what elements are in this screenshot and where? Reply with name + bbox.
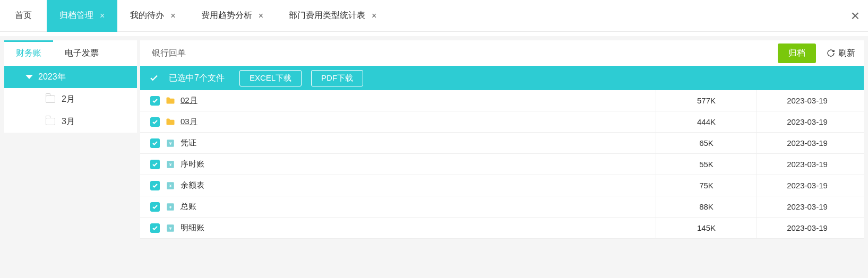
folder-icon (166, 118, 175, 126)
check-icon (152, 161, 158, 168)
subtab-label: 财务账 (16, 48, 41, 59)
row-size-cell: 65K (656, 133, 757, 153)
refresh-icon (827, 49, 835, 57)
row-name-cell: ¥余额表 (164, 180, 656, 190)
tree-year-node[interactable]: 2023年 (4, 66, 137, 88)
row-date-cell: 2023-03-19 (757, 218, 857, 238)
select-all-check[interactable] (149, 73, 159, 83)
tab-label: 部门费用类型统计表 (289, 10, 365, 21)
tab-dept-expense-stats[interactable]: 部门费用类型统计表 × (276, 0, 389, 32)
row-name-cell: ¥总账 (164, 202, 656, 212)
row-name-label[interactable]: 02月 (181, 95, 197, 106)
row-check-cell (147, 117, 164, 127)
sub-tabs: 财务账 电子发票 (4, 40, 137, 66)
folder-icon (46, 118, 55, 125)
sub-tabs-right: 银行回单 (140, 40, 197, 66)
row-checkbox[interactable] (150, 160, 160, 169)
row-name-label: 序时账 (181, 159, 204, 169)
close-icon[interactable]: × (100, 11, 105, 21)
right-panel: 银行回单 归档 刷新 已选中7个文件 EXCEL下载 PDF下载 (140, 40, 864, 239)
table-row[interactable]: ¥序时账55K2023-03-19 (140, 154, 864, 175)
row-size-cell: 75K (656, 175, 757, 196)
row-date-cell: 2023-03-19 (757, 175, 857, 196)
row-date-cell: 2023-03-19 (757, 154, 857, 175)
tab-home[interactable]: 首页 (0, 0, 47, 32)
subtab-label: 银行回单 (152, 48, 186, 59)
tree-month-label: 2月 (62, 94, 75, 105)
file-icon: ¥ (166, 202, 175, 212)
row-date-cell: 2023-03-19 (757, 111, 857, 132)
selected-count-text: 已选中7个文件 (169, 73, 225, 84)
workspace: 财务账 电子发票 2023年 2月 3月 银行回单 (0, 36, 868, 278)
close-icon[interactable]: × (259, 11, 263, 21)
tab-archive-mgmt[interactable]: 归档管理 × (47, 0, 117, 32)
file-icon: ¥ (166, 138, 175, 148)
row-size-cell: 145K (656, 218, 757, 238)
file-grid: 02月577K2023-03-1903月444K2023-03-19¥凭证65K… (140, 90, 864, 239)
check-icon (152, 119, 158, 125)
check-icon (152, 183, 158, 189)
subtab-finance[interactable]: 财务账 (4, 40, 53, 66)
table-row[interactable]: 02月577K2023-03-19 (140, 90, 864, 111)
row-checkbox[interactable] (150, 181, 160, 190)
tab-expense-trend[interactable]: 费用趋势分析 × (188, 0, 276, 32)
row-name-cell: ¥明细账 (164, 223, 656, 233)
row-date-cell: 2023-03-19 (757, 133, 857, 153)
excel-download-button[interactable]: EXCEL下载 (239, 70, 302, 86)
row-size-cell: 55K (656, 154, 757, 175)
table-row[interactable]: ¥总账88K2023-03-19 (140, 196, 864, 218)
tab-label: 归档管理 (59, 10, 93, 21)
row-name-label[interactable]: 03月 (181, 117, 197, 127)
check-icon (152, 204, 158, 210)
row-checkbox[interactable] (150, 223, 160, 233)
table-row[interactable]: 03月444K2023-03-19 (140, 111, 864, 133)
row-date-cell: 2023-03-19 (757, 196, 857, 217)
folder-icon (46, 95, 55, 103)
tree-year-label: 2023年 (38, 72, 66, 83)
tree: 2023年 2月 3月 (4, 66, 137, 133)
row-check-cell (147, 181, 164, 190)
right-header: 银行回单 归档 刷新 (140, 40, 864, 66)
row-name-cell: 02月 (164, 95, 656, 106)
file-icon: ¥ (166, 160, 175, 169)
tab-my-todo[interactable]: 我的待办 × (117, 0, 188, 32)
row-name-cell: ¥凭证 (164, 138, 656, 148)
check-icon (152, 225, 158, 231)
row-checkbox[interactable] (150, 117, 160, 127)
row-name-label: 余额表 (181, 180, 204, 190)
row-check-cell (147, 138, 164, 148)
left-panel: 财务账 电子发票 2023年 2月 3月 (4, 40, 137, 133)
table-row[interactable]: ¥明细账145K2023-03-19 (140, 218, 864, 239)
row-name-cell: 03月 (164, 117, 656, 127)
refresh-button[interactable]: 刷新 (827, 48, 855, 59)
archive-button[interactable]: 归档 (778, 44, 816, 63)
table-row[interactable]: ¥余额表75K2023-03-19 (140, 175, 864, 196)
row-name-label: 明细账 (181, 223, 204, 233)
row-size-cell: 88K (656, 196, 757, 217)
pdf-download-button[interactable]: PDF下载 (311, 70, 363, 86)
row-checkbox[interactable] (150, 202, 160, 212)
folder-icon (166, 97, 175, 105)
tree-month-node[interactable]: 3月 (4, 110, 137, 133)
row-checkbox[interactable] (150, 96, 160, 106)
close-all-icon[interactable]: × (851, 7, 860, 24)
file-icon: ¥ (166, 181, 175, 190)
row-check-cell (147, 202, 164, 212)
subtab-einvoice[interactable]: 电子发票 (53, 40, 110, 66)
table-row[interactable]: ¥凭证65K2023-03-19 (140, 133, 864, 154)
row-name-cell: ¥序时账 (164, 159, 656, 169)
top-tabs: 首页 归档管理 × 我的待办 × 费用趋势分析 × 部门费用类型统计表 × × (0, 0, 868, 32)
check-icon (149, 73, 159, 83)
file-icon: ¥ (166, 223, 175, 233)
check-icon (152, 140, 158, 146)
row-checkbox[interactable] (150, 138, 160, 148)
caret-down-icon (25, 75, 33, 79)
subtab-bank-receipt[interactable]: 银行回单 (140, 40, 197, 66)
tab-label: 我的待办 (130, 10, 164, 21)
tab-label: 费用趋势分析 (201, 10, 252, 21)
close-icon[interactable]: × (372, 11, 376, 21)
tree-month-node[interactable]: 2月 (4, 88, 137, 110)
close-icon[interactable]: × (170, 11, 175, 21)
row-date-cell: 2023-03-19 (757, 90, 857, 111)
tree-month-label: 3月 (62, 116, 75, 127)
